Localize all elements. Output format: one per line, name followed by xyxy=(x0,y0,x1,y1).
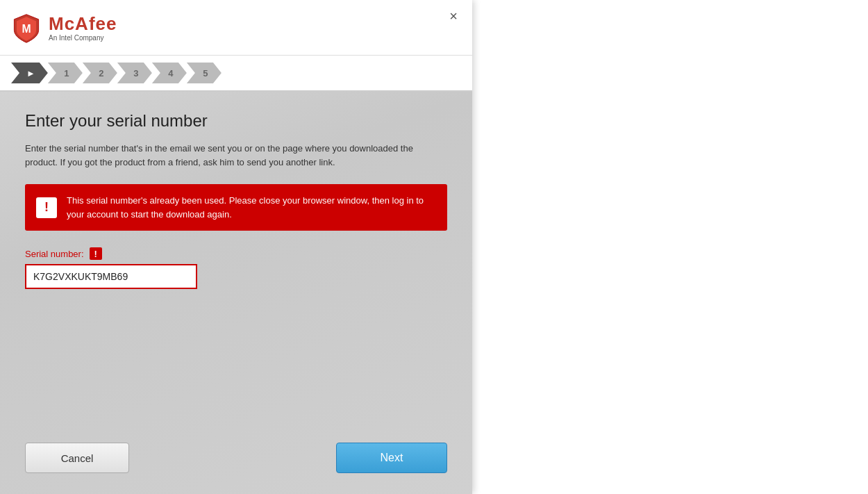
step-1-label: 1 xyxy=(64,68,69,79)
step-active-shape: ► xyxy=(11,63,48,83)
error-banner: ! This serial number's already been used… xyxy=(25,184,447,231)
step-1-shape: 1 xyxy=(48,63,83,83)
step-active-icon: ► xyxy=(26,68,35,79)
dialog-window: M McAfee An Intel Company × ► 1 2 xyxy=(0,0,472,494)
next-button[interactable]: Next xyxy=(336,443,447,473)
error-exclamation-icon: ! xyxy=(44,200,49,215)
step-3: 3 xyxy=(117,63,152,83)
step-active: ► xyxy=(11,63,48,83)
logo-area: M McAfee An Intel Company xyxy=(11,13,117,44)
content-area: Enter your serial number Enter the seria… xyxy=(0,92,472,431)
mcafee-shield-icon: M xyxy=(11,13,42,44)
step-3-label: 3 xyxy=(133,68,138,79)
error-icon-box: ! xyxy=(36,197,57,218)
svg-text:M: M xyxy=(22,23,31,35)
close-button[interactable]: × xyxy=(446,8,461,24)
serial-label: Serial number: xyxy=(25,249,84,259)
header: M McAfee An Intel Company × xyxy=(0,0,472,56)
step-5: 5 xyxy=(187,63,222,83)
steps-bar: ► 1 2 3 4 5 xyxy=(0,56,472,92)
step-3-shape: 3 xyxy=(117,63,152,83)
logo-name: McAfee xyxy=(49,15,117,33)
serial-field-row: Serial number: ! xyxy=(25,247,447,260)
footer: Cancel Next xyxy=(0,431,472,494)
description-text: Enter the serial number that's in the em… xyxy=(25,142,447,169)
step-1: 1 xyxy=(48,63,83,83)
step-4-label: 4 xyxy=(168,68,173,79)
logo-sub: An Intel Company xyxy=(49,34,117,42)
page-title: Enter your serial number xyxy=(25,111,447,131)
cancel-button[interactable]: Cancel xyxy=(25,443,129,473)
logo-text: McAfee An Intel Company xyxy=(49,15,117,42)
field-error-icon: ! xyxy=(90,247,102,260)
step-2-label: 2 xyxy=(99,68,103,79)
step-2: 2 xyxy=(83,63,117,83)
step-5-label: 5 xyxy=(203,68,208,79)
step-5-shape: 5 xyxy=(187,63,222,83)
step-2-shape: 2 xyxy=(83,63,117,83)
step-4: 4 xyxy=(152,63,187,83)
field-exclamation-icon: ! xyxy=(94,249,97,259)
serial-number-input[interactable] xyxy=(25,264,197,289)
right-panel xyxy=(472,0,868,494)
step-4-shape: 4 xyxy=(152,63,187,83)
error-banner-text: This serial number's already been used. … xyxy=(67,194,436,221)
